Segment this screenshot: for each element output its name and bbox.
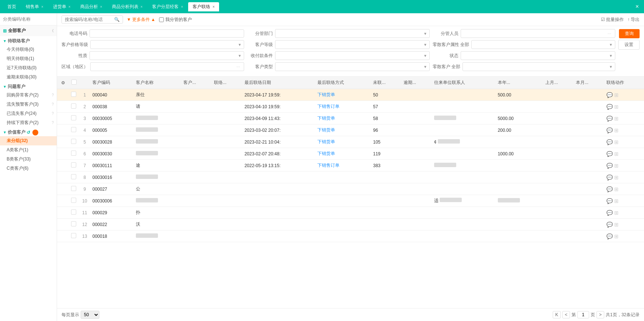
next-page-btn[interactable]: >	[597, 311, 604, 318]
chat-icon[interactable]: 💬	[606, 174, 613, 180]
filter-customer-type-select[interactable]: ▼	[275, 62, 430, 71]
filter-nature-select[interactable]: ▼	[89, 51, 244, 60]
apps-icon[interactable]: ⊞	[614, 151, 619, 157]
tab-home[interactable]: 首页	[3, 2, 21, 11]
row-checkbox[interactable]	[71, 92, 76, 97]
chat-icon[interactable]: 💬	[606, 163, 613, 169]
row-checkbox[interactable]	[71, 151, 76, 156]
apps-icon[interactable]: ⊞	[614, 174, 619, 180]
apps-icon[interactable]: ⊞	[614, 198, 619, 204]
prev-page-btn[interactable]: <	[562, 311, 570, 318]
apps-icon[interactable]: ⊞	[614, 186, 619, 192]
chat-icon[interactable]: 💬	[606, 151, 613, 157]
row-checkbox[interactable]	[71, 221, 76, 226]
sidebar-item-overdue[interactable]: 逾期未联络(30)	[0, 73, 57, 82]
filter-price-level-select[interactable]: ▼	[90, 40, 244, 49]
col-header-check[interactable]	[69, 77, 79, 89]
sidebar-item-c-class[interactable]: C类客户(6)	[0, 164, 57, 173]
row-checkbox[interactable]	[71, 209, 76, 215]
row-last-method[interactable]	[315, 207, 371, 219]
apps-icon[interactable]: ⊞	[614, 139, 619, 145]
filter-dept-select[interactable]: ▼	[275, 29, 430, 38]
tab-purchase[interactable]: 进货单 ×	[49, 2, 75, 11]
tab-sales-close[interactable]: ×	[41, 5, 43, 9]
row-last-method-link[interactable]: 下销货单	[317, 151, 335, 156]
more-conditions-btn[interactable]: ▼ 更多条件 ▲	[127, 17, 155, 23]
batch-op-btn[interactable]: ☑ 批量操作	[601, 17, 624, 23]
chat-icon[interactable]: 💬	[606, 139, 613, 145]
sidebar-item-today[interactable]: 今天待联络(0)	[0, 45, 57, 54]
tab-customer-segment-close[interactable]: ×	[181, 5, 183, 9]
sidebar-item-b-class[interactable]: B类客户(33)	[0, 155, 57, 164]
apps-icon[interactable]: ⊞	[614, 222, 619, 227]
apps-icon[interactable]: ⊞	[614, 163, 619, 169]
row-last-method-link[interactable]: 下销售订单	[317, 163, 339, 168]
tab-product-analysis[interactable]: 商品分析 ×	[76, 2, 107, 11]
tab-purchase-close[interactable]: ×	[68, 5, 71, 9]
row-checkbox[interactable]	[71, 174, 76, 179]
apps-icon[interactable]: ⊞	[614, 104, 619, 110]
row-last-method[interactable]	[315, 195, 371, 207]
export-btn[interactable]: ↑ 导出	[627, 17, 640, 23]
row-last-method[interactable]: 下销货单	[315, 148, 371, 160]
chat-icon[interactable]: 💬	[606, 186, 613, 192]
apps-icon[interactable]: ⊞	[614, 210, 619, 216]
sidebar-search-input[interactable]	[3, 17, 57, 22]
filter-retail-select[interactable]: ▼	[462, 62, 615, 71]
tab-product-analysis-close[interactable]: ×	[100, 5, 102, 9]
sidebar-item-churn-risk[interactable]: 流失预警客户(3) ?	[0, 100, 57, 109]
main-search-input[interactable]	[65, 17, 113, 22]
header-checkbox[interactable]	[71, 80, 77, 85]
row-last-method[interactable]: 下销售订单	[315, 101, 371, 113]
main-search-icon[interactable]: 🔍	[114, 17, 120, 22]
filter-manager-select[interactable]: ···	[461, 29, 615, 38]
row-checkbox[interactable]	[71, 162, 76, 167]
row-checkbox[interactable]	[71, 127, 76, 132]
pending-group-label[interactable]: ▼ 待联络客户	[0, 36, 57, 45]
row-last-method-link[interactable]: 下销货单	[317, 139, 335, 144]
page-size-select[interactable]: 50 10 20 100	[81, 311, 99, 319]
row-checkbox[interactable]	[71, 186, 76, 191]
row-last-method[interactable]	[315, 183, 371, 195]
row-checkbox[interactable]	[71, 198, 76, 203]
all-customers-header[interactable]: ⊞ 全部客户 《	[0, 25, 57, 36]
chat-icon[interactable]: 💬	[606, 104, 613, 110]
row-last-method[interactable]	[315, 219, 371, 230]
row-last-method[interactable]: 下销货单	[315, 136, 371, 148]
tab-product-analysis-list-close[interactable]: ×	[141, 5, 143, 9]
chat-icon[interactable]: 💬	[606, 127, 613, 133]
row-checkbox[interactable]	[71, 233, 76, 238]
row-last-method[interactable]: 下销售订单	[315, 160, 371, 172]
chat-icon[interactable]: 💬	[606, 116, 613, 121]
filter-phone-input[interactable]	[89, 29, 244, 38]
filter-customer-level-select[interactable]: ▼	[275, 40, 430, 49]
row-last-method-link[interactable]: 下销货单	[317, 92, 335, 97]
chat-icon[interactable]: 💬	[606, 233, 613, 239]
filter-status-select[interactable]: ▼	[461, 51, 615, 60]
tab-customer-contact-close[interactable]: ×	[212, 5, 215, 9]
filter-payment-select[interactable]: ▼	[275, 51, 430, 60]
sidebar-item-tomorrow[interactable]: 明天待联络(1)	[0, 54, 57, 63]
apps-icon[interactable]: ⊞	[614, 116, 619, 121]
sidebar-item-abnormal[interactable]: 回购异常客户(2) ?	[0, 91, 57, 100]
sidebar-item-lost[interactable]: 已流失客户(24) ?	[0, 109, 57, 118]
first-page-btn[interactable]: K	[553, 311, 561, 318]
reset-button[interactable]: 设置	[618, 40, 640, 50]
sidebar-item-a-class[interactable]: A类客户(1)	[0, 145, 57, 155]
my-customers-checkbox[interactable]	[159, 17, 164, 22]
apps-icon[interactable]: ⊞	[614, 127, 619, 133]
sidebar-item-ungroup[interactable]: 未分组(32)	[0, 136, 57, 145]
tab-customer-contact[interactable]: 客户联络 ×	[188, 2, 219, 11]
problem-group-label[interactable]: ▼ 问题客户	[0, 82, 57, 91]
my-customers-checkbox-label[interactable]: 我分管的客户	[159, 17, 192, 23]
sidebar-item-sleeping[interactable]: 持续下滑客户(2) ?	[0, 118, 57, 127]
sync-icon[interactable]: ↺	[27, 130, 30, 135]
col-header-settings[interactable]: ⚙	[57, 77, 69, 89]
chat-icon[interactable]: 💬	[606, 92, 613, 98]
apps-icon[interactable]: ⊞	[614, 92, 619, 98]
chat-icon[interactable]: 💬	[606, 222, 613, 227]
tab-product-analysis-list[interactable]: 商品分析列表 ×	[108, 2, 147, 11]
filter-region-select[interactable]: ···	[90, 62, 244, 71]
row-last-method[interactable]: 下销货单	[315, 124, 371, 136]
window-close-btn[interactable]: ×	[633, 3, 641, 10]
